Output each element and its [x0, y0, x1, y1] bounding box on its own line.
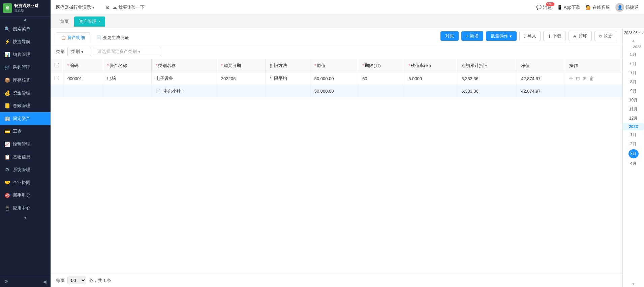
- messages-btn[interactable]: 💬 消息 99+: [536, 4, 552, 10]
- date-item-10[interactable]: 10月: [623, 96, 644, 105]
- date-scroll-down-btn[interactable]: ▼: [623, 281, 644, 287]
- sidebar-item-quick-nav[interactable]: ⚡ 快捷导航: [0, 35, 51, 48]
- cell-name: 电脑: [103, 72, 152, 85]
- date-item-5[interactable]: 5月: [623, 50, 644, 59]
- refresh-btn[interactable]: ↻ 刷新: [594, 31, 617, 41]
- tab-asset-management[interactable]: 资产管理 ×: [74, 17, 105, 27]
- date-panel-header: 2023.03 × ⤢: [623, 28, 644, 37]
- filter-category-label: 类别: [56, 49, 65, 55]
- select-all-checkbox[interactable]: [55, 63, 59, 67]
- more-icon[interactable]: ⊞: [583, 76, 587, 81]
- app-download-btn[interactable]: 📱 App下载: [557, 4, 580, 10]
- company-selector[interactable]: 医疗器械行业演示 ▾: [56, 4, 94, 10]
- new-btn[interactable]: + 新增: [461, 31, 483, 41]
- sidebar-item-app-center[interactable]: 📱 应用中心: [0, 202, 51, 215]
- tab-bar: 首页 资产管理 ×: [51, 15, 644, 28]
- asset-table: *编码 *资产名称 *类别名称 *购买日期: [51, 59, 622, 97]
- import-btn[interactable]: ⤴ 导入: [519, 31, 541, 41]
- sidebar-item-label: 基础信息: [13, 154, 30, 160]
- date-item-9[interactable]: 9月: [623, 87, 644, 96]
- filter-category-select[interactable]: 类别 ▾: [67, 47, 91, 56]
- ledger-btn[interactable]: 对账: [440, 31, 459, 41]
- sidebar-item-enterprise[interactable]: 🤝 企业协同: [0, 176, 51, 189]
- topbar-divider: [100, 4, 100, 11]
- sidebar-item-basic-info[interactable]: 📋 基础信息: [0, 151, 51, 163]
- sidebar-scroll-up[interactable]: ▲: [0, 17, 51, 23]
- edit-icon[interactable]: ✏: [569, 76, 573, 81]
- tab-close-btn[interactable]: ×: [98, 20, 100, 24]
- online-service-label: 在线客服: [592, 4, 610, 10]
- sidebar-item-guide[interactable]: 🎯 新手引导: [0, 189, 51, 202]
- sidebar-item-label: 系统管理: [13, 167, 30, 173]
- date-item-8[interactable]: 8月: [623, 77, 644, 87]
- sub-tab-voucher-gen[interactable]: 📄 变更生成凭证: [91, 32, 134, 43]
- date-item-11[interactable]: 11月: [623, 105, 644, 114]
- subtotal-original-value: 50,000.00: [310, 85, 358, 97]
- batch-btn[interactable]: 批量操作 ▾: [486, 31, 517, 41]
- guide-icon: 🎯: [4, 193, 10, 198]
- sidebar-item-label: 应用中心: [13, 205, 30, 211]
- date-item-7[interactable]: 7月: [623, 68, 644, 77]
- filter-select-arrow: ▾: [81, 49, 84, 54]
- filter-asset-category-input[interactable]: 请选择固定资产类别 ▾: [94, 47, 161, 56]
- date-panel-close-btn[interactable]: ×: [638, 30, 641, 35]
- cell-original-value: 50,000.00: [310, 72, 358, 85]
- sidebar-item-operations[interactable]: 📈 经营管理: [0, 138, 51, 151]
- date-item-feb[interactable]: 2月: [623, 139, 644, 149]
- action-bar: 对账 + 新增 批量操作 ▾ ⤴ 导入 ⬇ 下载: [440, 31, 617, 44]
- tab-active-label: 资产管理: [79, 19, 96, 25]
- sidebar-item-purchase[interactable]: 🛒 采购管理: [0, 61, 51, 74]
- sidebar: 畅 畅捷通好业财 普及版 ▲ 🔍 搜索菜单 ⚡ 快捷导航 📊 销售管理 🛒 采购…: [0, 0, 51, 287]
- sidebar-item-inventory[interactable]: 📦 库存核算: [0, 74, 51, 87]
- filter-row: 类别 类别 ▾ 请选择固定资产类别 ▾: [51, 44, 622, 59]
- filter-asset-placeholder: 请选择固定资产类别: [97, 49, 137, 55]
- sidebar-item-capital[interactable]: 💰 资金管理: [0, 87, 51, 99]
- print-btn[interactable]: 🖨 打印: [569, 31, 592, 41]
- sidebar-item-sales[interactable]: 📊 销售管理: [0, 48, 51, 61]
- download-btn[interactable]: ⬇ 下载: [543, 31, 566, 41]
- subtotal-net-value: 42,874.97: [517, 85, 565, 97]
- date-item-6[interactable]: 6月: [623, 59, 644, 68]
- collapse-icon[interactable]: ◀: [43, 279, 47, 284]
- sub-tab-asset-list[interactable]: 📋 资产明细: [56, 32, 90, 43]
- cloud-icon: ☁: [113, 5, 117, 10]
- tab-home[interactable]: 首页: [56, 17, 73, 27]
- sidebar-item-general[interactable]: 📒 总账管理: [0, 99, 51, 112]
- year-current-header[interactable]: 2023: [623, 123, 644, 130]
- date-item-apr[interactable]: 4月: [623, 159, 644, 168]
- sidebar-scroll-down[interactable]: ▼: [0, 215, 51, 221]
- copy-icon[interactable]: ⊡: [576, 76, 580, 81]
- sidebar-item-fixed-assets[interactable]: 🏢 固定资产: [0, 112, 51, 125]
- dropdown-icon: ▾: [92, 5, 94, 10]
- new-btn-label: + 新增: [466, 33, 479, 39]
- date-item-mar-active[interactable]: 3月: [628, 149, 639, 158]
- sidebar-item-payroll[interactable]: 💳 工资: [0, 125, 51, 138]
- sidebar-item-search[interactable]: 🔍 搜索菜单: [0, 23, 51, 35]
- sidebar-item-label: 快捷导航: [13, 39, 30, 45]
- topbar-gear-icon[interactable]: ⚙: [105, 5, 110, 10]
- filter-input-arrow: ▾: [138, 49, 141, 54]
- experience-btn[interactable]: ☁ 我要体验一下: [113, 4, 145, 10]
- cell-net-value: 42,874.97: [517, 72, 565, 85]
- date-panel-expand-btn[interactable]: ⤢: [641, 30, 644, 35]
- messages-badge: 99+: [546, 2, 554, 6]
- date-panel-year: 2023.03: [624, 31, 638, 35]
- col-depreciation-method: 折旧方法: [266, 59, 310, 72]
- online-service-btn[interactable]: 💁 在线客服: [586, 4, 610, 10]
- delete-icon[interactable]: 🗑: [589, 76, 594, 81]
- sidebar-item-system[interactable]: ⚙ 系统管理: [0, 163, 51, 176]
- per-page-label: 每页: [56, 278, 65, 284]
- settings-icon[interactable]: ⚙: [4, 279, 8, 284]
- user-avatar-btn[interactable]: 👤 畅捷通: [615, 3, 639, 12]
- page-size-select[interactable]: 50 10 20 100: [67, 277, 86, 284]
- date-item-jan[interactable]: 1月: [623, 130, 644, 139]
- app-download-label: App下载: [564, 4, 580, 10]
- sidebar-header: 畅 畅捷通好业财 普及版: [0, 0, 51, 17]
- messages-icon: 💬: [536, 5, 542, 10]
- date-item-12[interactable]: 12月: [623, 114, 644, 123]
- date-scroll-up-btn[interactable]: ▲: [623, 37, 644, 43]
- col-code: *编码: [63, 59, 103, 72]
- col-purchase-date: *购买日期: [217, 59, 266, 72]
- row-checkbox[interactable]: [55, 76, 59, 80]
- print-icon: 🖨: [573, 34, 577, 39]
